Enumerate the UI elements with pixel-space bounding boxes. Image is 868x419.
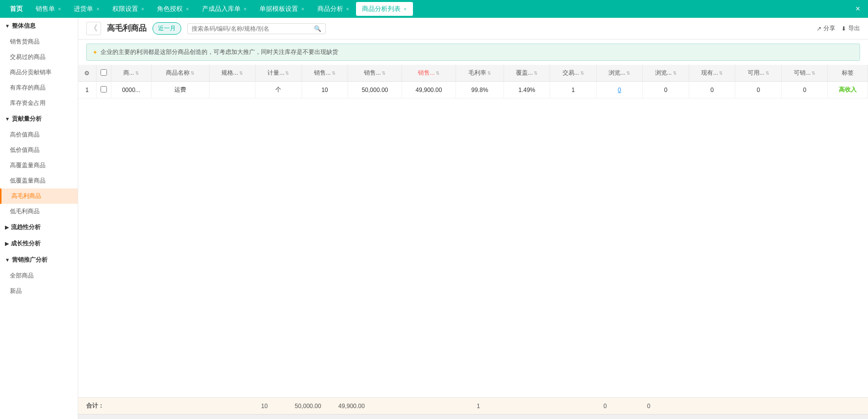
sort-icon-10: ⇅ bbox=[580, 71, 584, 76]
cell-salable: 0 bbox=[781, 82, 828, 98]
sidebar-item-low-margin[interactable]: 低毛利商品 bbox=[0, 204, 78, 219]
nav-tab-role[interactable]: 角色授权 × bbox=[151, 2, 195, 16]
cell-sales-qty: 10 bbox=[302, 82, 348, 98]
settings-icon[interactable]: ⚙ bbox=[84, 70, 90, 77]
sidebar-group-marketing[interactable]: ▼ 营销推广分析 bbox=[0, 252, 78, 268]
th-trade[interactable]: 交易... ⇅ bbox=[550, 65, 597, 82]
th-name[interactable]: 商品名称 ⇅ bbox=[152, 65, 209, 82]
sidebar-item-capital-occupancy[interactable]: 库存资金占用 bbox=[0, 95, 78, 111]
export-label: 导出 bbox=[848, 24, 860, 33]
nav-tab-home[interactable]: 首页 bbox=[4, 2, 29, 16]
header-actions: ↗ 分享 ⬇ 导出 bbox=[817, 24, 860, 33]
sidebar-item-low-value[interactable]: 低价值商品 bbox=[0, 142, 78, 158]
th-spec[interactable]: 规格... ⇅ bbox=[209, 65, 255, 82]
th-unit[interactable]: 计量... ⇅ bbox=[255, 65, 302, 82]
sidebar-item-low-coverage[interactable]: 低覆盖量商品 bbox=[0, 173, 78, 188]
th-browse1[interactable]: 浏览... ⇅ bbox=[596, 65, 643, 82]
th-salable[interactable]: 可销... ⇅ bbox=[781, 65, 828, 82]
table-header-row: ⚙ 商... ⇅ 商品名称 bbox=[78, 65, 868, 82]
sidebar-item-stock-goods[interactable]: 有库存的商品 bbox=[0, 80, 78, 95]
sidebar-group-trend[interactable]: ▶ 流趋性分析 bbox=[0, 219, 78, 235]
share-icon: ↗ bbox=[817, 25, 821, 32]
sidebar: ▼ 整体信息 销售货商品 交易过的商品 商品分贡献销率 有库存的商品 库存资金占… bbox=[0, 18, 78, 419]
cell-unit: 个 bbox=[255, 82, 302, 98]
nav-tab-product-analysis-list-close[interactable]: × bbox=[404, 6, 407, 12]
nav-tab-product-analysis-list[interactable]: 商品分析列表 × bbox=[356, 2, 412, 16]
close-all-tabs-button[interactable]: × bbox=[852, 4, 864, 13]
sidebar-item-high-value[interactable]: 高价值商品 bbox=[0, 127, 78, 142]
filter-recent-month-button[interactable]: 近一月 bbox=[153, 22, 181, 35]
nav-tab-purchase-close[interactable]: × bbox=[96, 6, 99, 12]
sidebar-collapse-button[interactable]: 《 bbox=[86, 22, 101, 35]
search-icon[interactable]: 🔍 bbox=[314, 25, 321, 32]
row-checkbox[interactable] bbox=[101, 86, 107, 93]
sidebar-group-trend-label: 流趋性分析 bbox=[11, 223, 41, 232]
th-tag[interactable]: 标签 bbox=[828, 65, 868, 82]
select-all-checkbox[interactable] bbox=[101, 69, 107, 76]
sort-icon-4: ⇅ bbox=[285, 71, 289, 76]
sidebar-item-contribution-rate[interactable]: 商品分贡献销率 bbox=[0, 65, 78, 80]
export-button[interactable]: ⬇ 导出 bbox=[841, 24, 860, 33]
table-wrapper: ⚙ 商... ⇅ 商品名称 bbox=[78, 65, 868, 397]
share-button[interactable]: ↗ 分享 bbox=[817, 24, 835, 33]
horizontal-scrollbar[interactable] bbox=[78, 414, 868, 419]
footer-total-trade: 1 bbox=[459, 403, 498, 410]
nav-tab-permission-close[interactable]: × bbox=[141, 6, 144, 12]
search-input[interactable] bbox=[192, 25, 312, 32]
footer-total-sales-amount: 50,000.00 bbox=[288, 403, 328, 410]
th-checkbox[interactable] bbox=[96, 65, 111, 82]
nav-tab-permission[interactable]: 权限设置 × bbox=[106, 2, 150, 16]
th-sales-amount[interactable]: 销售... ⇅ bbox=[348, 65, 402, 82]
sort-icon-14: ⇅ bbox=[766, 71, 769, 76]
cell-trade: 1 bbox=[550, 82, 597, 98]
sort-icon-5: ⇅ bbox=[332, 71, 336, 76]
nav-tab-template-close[interactable]: × bbox=[301, 6, 304, 12]
footer-total-sales-qty: 10 bbox=[245, 403, 284, 410]
sidebar-group-contribution[interactable]: ▼ 贡献量分析 bbox=[0, 111, 78, 127]
th-sales-qty[interactable]: 销售... ⇅ bbox=[302, 65, 348, 82]
nav-tab-permission-label: 权限设置 bbox=[112, 4, 138, 13]
th-gross-margin[interactable]: 毛利率 ⇅ bbox=[456, 65, 504, 82]
sidebar-item-traded-goods[interactable]: 交易过的商品 bbox=[0, 49, 78, 65]
data-table: ⚙ 商... ⇅ 商品名称 bbox=[78, 65, 868, 98]
nav-tab-product-warehouse[interactable]: 产成品入库单 × bbox=[196, 2, 253, 16]
th-code[interactable]: 商... ⇅ bbox=[111, 65, 152, 82]
nav-tab-product-analysis-close[interactable]: × bbox=[346, 6, 349, 12]
arrow-down-icon-3: ▼ bbox=[5, 257, 10, 263]
sidebar-item-high-coverage[interactable]: 高覆盖量商品 bbox=[0, 158, 78, 173]
sidebar-item-high-margin[interactable]: 高毛利商品 bbox=[0, 188, 78, 204]
nav-tab-sales-close[interactable]: × bbox=[58, 6, 61, 12]
sort-icon-13: ⇅ bbox=[719, 71, 723, 76]
th-current-stock[interactable]: 现有... ⇅ bbox=[689, 65, 735, 82]
nav-tab-sales[interactable]: 销售单 × bbox=[30, 2, 67, 16]
th-sales-cost[interactable]: 销售... ⇅ bbox=[402, 65, 456, 82]
nav-tab-product-warehouse-close[interactable]: × bbox=[244, 6, 247, 12]
nav-tab-product-analysis-list-label: 商品分析列表 bbox=[362, 4, 401, 13]
cell-num: 1 bbox=[78, 82, 96, 98]
sidebar-group-growth[interactable]: ▶ 成长性分析 bbox=[0, 235, 78, 252]
th-usable[interactable]: 可用... ⇅ bbox=[735, 65, 782, 82]
page-title: 高毛利商品 bbox=[107, 23, 147, 34]
th-coverage[interactable]: 覆盖... ⇅ bbox=[504, 65, 550, 82]
nav-tab-product-analysis[interactable]: 商品分析 × bbox=[311, 2, 355, 16]
nav-tab-purchase[interactable]: 进货单 × bbox=[68, 2, 105, 16]
cell-browse1[interactable]: 0 bbox=[596, 82, 643, 98]
th-browse2[interactable]: 浏览... ⇅ bbox=[643, 65, 689, 82]
nav-tab-purchase-label: 进货单 bbox=[74, 4, 93, 13]
nav-tab-template[interactable]: 单据模板设置 × bbox=[254, 2, 310, 16]
sidebar-item-sales-goods[interactable]: 销售货商品 bbox=[0, 34, 78, 49]
sidebar-item-new-goods[interactable]: 新品 bbox=[0, 283, 78, 299]
sidebar-group-contribution-label: 贡献量分析 bbox=[12, 115, 42, 123]
sidebar-group-growth-label: 成长性分析 bbox=[11, 239, 41, 248]
footer-total-usable: 0 bbox=[629, 403, 668, 410]
cell-current-stock: 0 bbox=[689, 82, 735, 98]
sidebar-item-all-goods[interactable]: 全部商品 bbox=[0, 268, 78, 283]
sort-icon: ⇅ bbox=[135, 71, 139, 76]
th-settings[interactable]: ⚙ bbox=[78, 65, 96, 82]
cell-checkbox[interactable] bbox=[96, 82, 111, 98]
nav-tab-role-close[interactable]: × bbox=[186, 6, 189, 12]
info-icon: ✦ bbox=[93, 49, 98, 56]
export-icon: ⬇ bbox=[841, 25, 846, 32]
sidebar-group-overall[interactable]: ▼ 整体信息 bbox=[0, 18, 78, 34]
arrow-down-icon-2: ▼ bbox=[5, 116, 10, 122]
